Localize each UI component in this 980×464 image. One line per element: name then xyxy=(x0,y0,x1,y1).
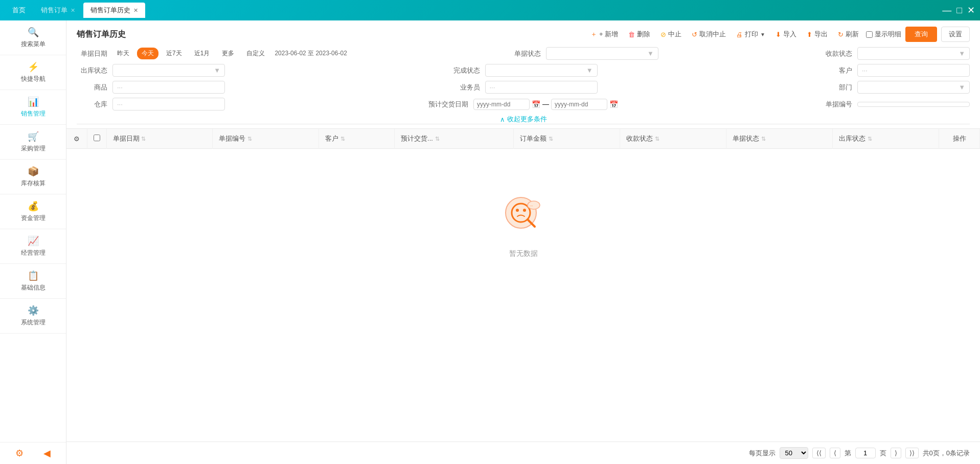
payment-status-select[interactable]: ▼ xyxy=(857,47,970,60)
th-gear[interactable]: ⚙ xyxy=(66,129,87,149)
order-status-select[interactable]: ▼ xyxy=(546,47,658,60)
th-amount-sort[interactable]: ⇅ xyxy=(549,136,553,142)
sidebar-item-operations[interactable]: 📈 经营管理 xyxy=(0,229,66,264)
collapse-button[interactable]: ∧ 收起更多条件 xyxy=(77,115,970,124)
sidebar-item-sales-mgmt[interactable]: 📊 销售管理 xyxy=(0,90,66,125)
th-check[interactable] xyxy=(87,129,106,149)
warehouse-select[interactable]: ··· xyxy=(112,98,225,111)
th-date-sort[interactable]: ⇅ xyxy=(141,136,146,142)
out-status-dropdown-icon: ▼ xyxy=(214,67,220,74)
sidebar-item-purchase-mgmt[interactable]: 🛒 采购管理 xyxy=(0,125,66,160)
sidebar-item-basic-info[interactable]: 📋 基础信息 xyxy=(0,264,66,299)
salesman-dots: ··· xyxy=(490,83,495,91)
tab-sales-order-history-close[interactable]: ✕ xyxy=(133,7,138,14)
customer-select[interactable]: ··· xyxy=(857,64,970,77)
delete-button[interactable]: 🗑 删除 xyxy=(625,28,653,41)
print-button[interactable]: 🖨 打印 ▼ xyxy=(733,28,768,41)
date-btn-custom[interactable]: 自定义 xyxy=(242,48,269,59)
import-label: 导入 xyxy=(783,30,796,39)
delivery-date-range: 📅 — 📅 xyxy=(473,99,618,110)
show-detail-input[interactable] xyxy=(866,31,873,38)
sidebar-item-sales-mgmt-label: 销售管理 xyxy=(21,109,45,118)
th-order-status-sort[interactable]: ⇅ xyxy=(761,136,766,142)
query-button[interactable]: 查询 xyxy=(905,27,937,42)
sidebar-item-finance[interactable]: 💰 资金管理 xyxy=(0,194,66,229)
complete-status-select[interactable]: ▼ xyxy=(485,64,598,77)
page-number-input[interactable] xyxy=(855,448,876,458)
date-btn-today[interactable]: 今天 xyxy=(137,48,158,59)
show-detail-label: 显示明细 xyxy=(875,30,901,39)
show-detail-check[interactable]: 显示明细 xyxy=(866,30,901,39)
stop-icon: ⊘ xyxy=(660,31,666,38)
tab-sales-order-label: 销售订单 xyxy=(41,6,67,15)
select-all-checkbox[interactable] xyxy=(94,135,100,141)
close-icon[interactable]: ✕ xyxy=(967,5,975,16)
th-customer-sort[interactable]: ⇅ xyxy=(340,136,345,142)
delivery-date-from-input[interactable] xyxy=(473,99,530,110)
tab-sales-order[interactable]: 销售订单 ✕ xyxy=(34,3,82,18)
calendar-to-icon[interactable]: 📅 xyxy=(609,100,618,108)
sidebar-settings-icon[interactable]: ⚙ xyxy=(15,448,24,459)
stop-button[interactable]: ⊘ 中止 xyxy=(657,28,685,41)
filter-row-2: 出库状态 ▼ 完成状态 ▼ 客户 ··· xyxy=(77,64,970,77)
last-page-button[interactable]: ⟩⟩ xyxy=(905,448,919,458)
out-status-select[interactable]: ▼ xyxy=(112,64,225,77)
tab-home[interactable]: 首页 xyxy=(5,3,33,18)
maximize-icon[interactable]: □ xyxy=(956,5,962,16)
sidebar-item-quick-nav[interactable]: ⚡ 快捷导航 xyxy=(0,55,66,90)
delivery-date-to-input[interactable] xyxy=(551,99,607,110)
sidebar-item-search-menu[interactable]: 🔍 搜索菜单 xyxy=(0,20,66,55)
next-page-button[interactable]: ⟩ xyxy=(891,448,901,458)
th-no-sort[interactable]: ⇅ xyxy=(247,136,252,142)
date-btn-7days[interactable]: 近7天 xyxy=(162,48,187,59)
sidebar-collapse-icon[interactable]: ◀ xyxy=(43,448,51,459)
th-customer-label: 客户 xyxy=(325,135,338,142)
page-label: 页 xyxy=(880,449,886,458)
date-btn-more[interactable]: 更多 xyxy=(217,48,239,59)
payment-status-dropdown-icon: ▼ xyxy=(959,50,965,57)
goods-select[interactable]: ··· xyxy=(112,81,225,94)
sidebar-item-purchase-mgmt-label: 采购管理 xyxy=(21,144,45,153)
filter-row-1: 单据日期 昨天 今天 近7天 近1月 更多 自定义 2023-06-02 至 2… xyxy=(77,47,970,60)
import-button[interactable]: ⬇ 导入 xyxy=(772,28,800,41)
sidebar-item-inventory[interactable]: 📦 库存核算 xyxy=(0,160,66,194)
new-button[interactable]: ＋ + 新增 xyxy=(587,28,621,41)
tab-sales-order-history[interactable]: 销售订单历史 ✕ xyxy=(83,3,145,18)
date-btn-1month[interactable]: 近1月 xyxy=(190,48,215,59)
calendar-from-icon[interactable]: 📅 xyxy=(532,100,540,108)
prev-page-button[interactable]: ⟨ xyxy=(830,448,840,458)
tab-bar: 首页 销售订单 ✕ 销售订单历史 ✕ xyxy=(5,3,942,18)
minimize-icon[interactable]: — xyxy=(942,5,951,16)
print-dropdown-icon[interactable]: ▼ xyxy=(760,32,765,37)
th-out-status-sort[interactable]: ⇅ xyxy=(868,136,872,142)
sidebar-item-quick-nav-label: 快捷导航 xyxy=(21,75,45,83)
export-button[interactable]: ⬆ 导出 xyxy=(804,28,831,41)
toolbar: ＋ + 新增 🗑 删除 ⊘ 中止 ↺ 取消中止 xyxy=(587,27,970,42)
sidebar-item-system[interactable]: ⚙️ 系统管理 xyxy=(0,299,66,334)
header-row: ⚙ 单据日期 ⇅ 单据编号 ⇅ 客户 xyxy=(66,129,980,149)
salesman-select[interactable]: ··· xyxy=(485,81,598,94)
refresh-button[interactable]: ↻ 刷新 xyxy=(835,28,862,41)
quick-nav-icon: ⚡ xyxy=(28,61,39,73)
system-icon: ⚙️ xyxy=(28,305,39,316)
page-header: 销售订单历史 ＋ + 新增 🗑 删除 ⊘ 中止 ↺ xyxy=(66,20,980,129)
order-no-input-wrap[interactable] xyxy=(857,102,970,107)
filter-row-3: 商品 ··· 业务员 ··· 部门 ▼ xyxy=(77,81,970,94)
th-payment-status-sort[interactable]: ⇅ xyxy=(655,136,659,142)
settings-button[interactable]: 设置 xyxy=(941,27,970,42)
page-size-select[interactable]: 50 10 20 100 xyxy=(780,447,808,459)
date-btn-yesterday[interactable]: 昨天 xyxy=(112,48,134,59)
th-payment-status: 收款状态 ⇅ xyxy=(620,129,726,149)
empty-label: 暂无数据 xyxy=(509,249,538,258)
th-delivery-sort[interactable]: ⇅ xyxy=(435,136,440,142)
order-status-label: 单据状态 xyxy=(510,49,541,58)
tab-sales-order-close[interactable]: ✕ xyxy=(71,7,75,14)
dept-select[interactable]: ▼ xyxy=(857,81,970,94)
cancel-stop-button[interactable]: ↺ 取消中止 xyxy=(689,28,729,41)
table-area: ⚙ 单据日期 ⇅ 单据编号 ⇅ 客户 xyxy=(66,129,980,441)
svg-text:···: ··· xyxy=(530,204,533,208)
first-page-button[interactable]: ⟨⟨ xyxy=(812,448,826,458)
print-label: 打印 xyxy=(745,30,758,39)
pagination-bar: 每页显示 50 10 20 100 ⟨⟨ ⟨ 第 页 ⟩ ⟩⟩ 共0页，0条记录 xyxy=(66,441,980,464)
delete-label: 删除 xyxy=(637,30,650,39)
